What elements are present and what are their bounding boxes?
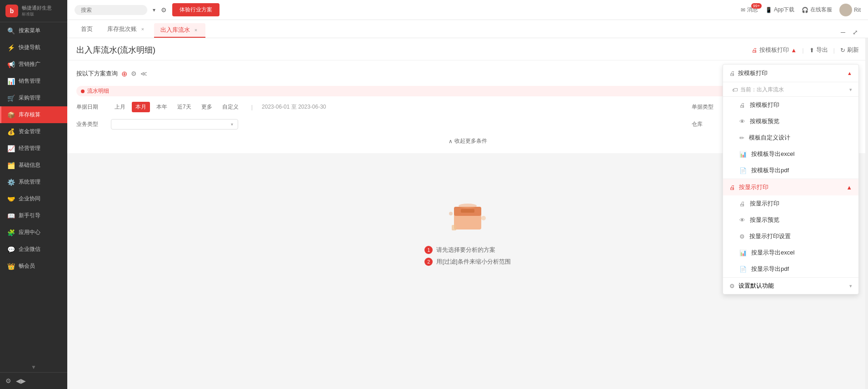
- set-default-arrow: ▾: [849, 283, 852, 289]
- topbar-gear-icon[interactable]: ⚙: [161, 6, 167, 14]
- display-print-settings-item[interactable]: ⚙ 按显示打印设置: [723, 228, 858, 244]
- app-download-item[interactable]: 📱 App下载: [765, 6, 794, 14]
- display-preview-icon: 👁: [739, 217, 745, 224]
- chevron-up-icon: ∧: [449, 138, 453, 145]
- customer-service-item[interactable]: 🎧 在线客服: [802, 6, 832, 14]
- tab-home[interactable]: 首页: [75, 21, 99, 38]
- sidebar-item-purchase[interactable]: 🛒 采购管理: [0, 90, 67, 106]
- date-btn-more[interactable]: 更多: [198, 102, 216, 112]
- date-filter-buttons: 上月 本月 本年 近7天 更多 自定义: [111, 102, 242, 112]
- sidebar-item-system[interactable]: ⚙️ 系统管理: [0, 174, 67, 190]
- page-wrapper: 出入库流水(流水明细) 🖨 按模板打印 ▲ | ⬆ 导出 | ↻: [67, 38, 868, 302]
- message-icon: ✉: [741, 7, 745, 13]
- template-export-excel-item[interactable]: 📊 按模板导出excel: [723, 146, 858, 162]
- logo-icon: b: [5, 5, 18, 17]
- topbar-dropdown-arrow[interactable]: ▾: [153, 7, 155, 13]
- display-print-group-label-area: 🖨 按显示打印: [729, 183, 768, 191]
- collapse-conditions-button[interactable]: ∧ 收起更多条件: [445, 135, 491, 147]
- export-button[interactable]: ⬆ 导出: [809, 46, 828, 54]
- divider1: |: [802, 47, 803, 54]
- sidebar-item-vip[interactable]: 👑 畅会员: [0, 258, 67, 274]
- vip-icon: 👑: [7, 263, 15, 270]
- message-item[interactable]: ✉ 消息 99+: [741, 6, 758, 14]
- display-export-excel-item[interactable]: 📊 按显示导出excel: [723, 244, 858, 261]
- shortcut-icon: ⚡: [7, 44, 15, 51]
- date-btn-custom[interactable]: 自定义: [219, 102, 242, 112]
- tab-maximize-button[interactable]: ⤢: [850, 27, 861, 38]
- operations-icon: 📈: [7, 145, 15, 152]
- display-print-item[interactable]: 🖨 按显示打印: [723, 195, 858, 212]
- sidebar-item-apps[interactable]: 🧩 应用中心: [0, 224, 67, 241]
- date-btn-7days[interactable]: 近7天: [174, 102, 195, 112]
- finance-icon: 💰: [7, 128, 15, 135]
- filter-collapse-icon[interactable]: ≪: [140, 70, 147, 77]
- sidebar-item-finance[interactable]: 💰 资金管理: [0, 123, 67, 140]
- current-arrow-icon: ▾: [849, 87, 852, 93]
- template-print-button[interactable]: 🖨 按模板打印 ▲: [752, 46, 797, 54]
- date-btn-last-month[interactable]: 上月: [111, 102, 129, 112]
- sidebar-item-marketing[interactable]: 📢 营销推广: [0, 56, 67, 73]
- sidebar-item-guide[interactable]: 📖 新手引导: [0, 207, 67, 224]
- warehouse-label: 仓库: [692, 120, 719, 128]
- filter-add-icon[interactable]: ⊕: [121, 70, 127, 78]
- enterprise-icon: 🤝: [7, 195, 15, 203]
- sidebar-item-operations[interactable]: 📈 经营管理: [0, 140, 67, 157]
- tab-bar: 首页 库存批次账 × 出入库流水 × ─ ⤢: [67, 20, 868, 38]
- sidebar-item-shortcut[interactable]: ⚡ 快捷导航: [0, 39, 67, 56]
- display-export-pdf-item[interactable]: 📄 按显示导出pdf: [723, 261, 858, 277]
- template-export-pdf-item[interactable]: 📄 按模板导出pdf: [723, 162, 858, 179]
- set-default-item[interactable]: ⚙ 设置默认功能 ▾: [723, 278, 858, 294]
- template-print-item[interactable]: 🖨 按模板打印: [723, 97, 858, 113]
- sidebar-item-inventory[interactable]: 📦 库存核算: [0, 106, 67, 123]
- display-pdf-icon: 📄: [739, 266, 747, 273]
- refresh-button[interactable]: ↻ 刷新: [840, 46, 859, 54]
- template-preview-item[interactable]: 👁 按模板预览: [723, 113, 858, 130]
- filter-settings-icon[interactable]: ⚙: [131, 70, 137, 77]
- voucher-type-label: 单据类型: [692, 103, 719, 111]
- sidebar: b 畅捷通好生意 标准版 🔍 搜索菜单 ⚡ 快捷导航 📢 营销推广 📊 销售管理…: [0, 0, 67, 389]
- sidebar-item-weapp[interactable]: 💬 企业微信: [0, 241, 67, 258]
- date-btn-this-month[interactable]: 本月: [132, 102, 150, 112]
- tab-batch[interactable]: 库存批次账 ×: [101, 21, 152, 38]
- sidebar-item-search[interactable]: 🔍 搜索菜单: [0, 22, 67, 39]
- topbar-search-input[interactable]: [75, 5, 147, 15]
- user-avatar[interactable]: Rit: [839, 4, 861, 16]
- display-preview-item[interactable]: 👁 按显示预览: [723, 212, 858, 228]
- biz-type-select[interactable]: ▾: [111, 119, 238, 130]
- sidebar-item-enterprise[interactable]: 🤝 企业协同: [0, 190, 67, 207]
- current-icon: 🏷: [732, 87, 738, 93]
- svg-rect-2: [461, 209, 474, 213]
- date-btn-this-year[interactable]: 本年: [153, 102, 171, 112]
- page-header: 出入库流水(流水明细) 🖨 按模板打印 ▲ | ⬆ 导出 | ↻: [67, 38, 868, 60]
- industry-solution-button[interactable]: 体验行业方案: [172, 3, 219, 16]
- svg-point-3: [459, 204, 477, 208]
- dropdown-collapse-icon[interactable]: ▲: [847, 70, 852, 76]
- display-print-group-header[interactable]: 🖨 按显示打印 ▲: [723, 179, 858, 195]
- step-1-num: 1: [424, 246, 433, 254]
- set-default-icon: ⚙: [729, 283, 735, 289]
- print-dropdown-panel: 🖨 按模板打印 ▲ 🏷 当前：出入库流水: [723, 64, 859, 294]
- collapse-sidebar-icon[interactable]: ◀▶: [16, 377, 26, 384]
- tab-batch-close[interactable]: ×: [140, 26, 146, 32]
- display-print-settings-icon: ⚙: [739, 233, 745, 240]
- sidebar-item-basics[interactable]: 🗂️ 基础信息: [0, 157, 67, 174]
- tab-flow-close[interactable]: ×: [193, 27, 199, 33]
- display-print-section: 🖨 按显示打印 ▲ 🖨 按显示打印 👁 按显: [723, 179, 858, 278]
- settings-bottom-icon[interactable]: ⚙: [5, 377, 11, 384]
- sidebar-scroll-down[interactable]: ▼: [31, 364, 36, 370]
- biz-type-arrow: ▾: [231, 122, 233, 127]
- excel-icon: 📊: [739, 151, 747, 158]
- set-default-label-area: ⚙ 设置默认功能: [729, 282, 774, 290]
- topbar: ▾ ⚙ 体验行业方案 ✉ 消息 99+ 📱 App下载 🎧 在线客服 Rit: [67, 0, 868, 20]
- tab-minimize-button[interactable]: ─: [838, 27, 848, 38]
- app-edition: 标准版: [22, 11, 52, 17]
- resize-handle[interactable]: [865, 38, 868, 389]
- design-icon: ✏: [739, 135, 744, 141]
- step-2-num: 2: [424, 258, 433, 266]
- display-print-group-icon: 🖨: [729, 184, 735, 191]
- tab-flow[interactable]: 出入库流水 ×: [154, 23, 205, 38]
- display-print-collapse-icon: ▲: [846, 184, 852, 191]
- logo-area: b 畅捷通好生意 标准版: [0, 0, 67, 22]
- template-customize-item[interactable]: ✏ 模板自定义设计: [723, 130, 858, 146]
- sidebar-item-sales[interactable]: 📊 销售管理: [0, 73, 67, 90]
